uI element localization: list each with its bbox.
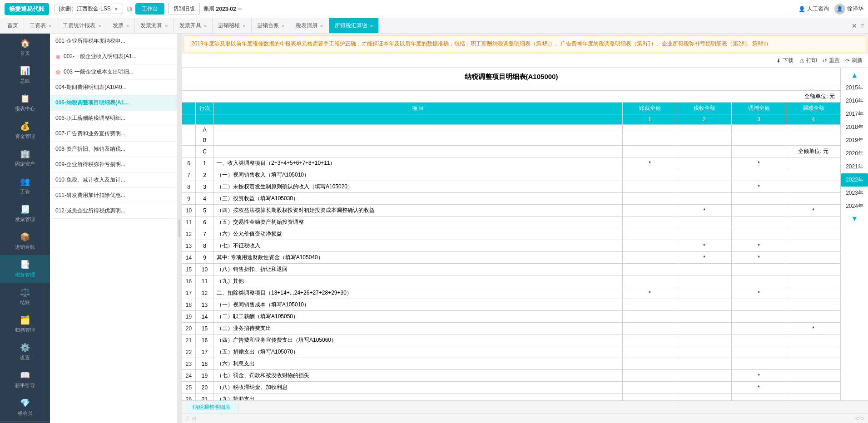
cell-col4[interactable]	[786, 264, 841, 275]
cell-col3[interactable]	[732, 323, 786, 334]
cell-col3[interactable]	[732, 334, 786, 346]
table-row[interactable]: C全额单位: 元	[182, 146, 841, 157]
old-version-button[interactable]: 切到旧版	[168, 3, 200, 15]
cell-col4[interactable]: *	[786, 323, 841, 334]
year-item-2016年[interactable]: 2016年	[841, 94, 868, 108]
cell-col1[interactable]	[623, 228, 677, 240]
cell-col1[interactable]	[623, 135, 677, 146]
cell-col2[interactable]	[677, 228, 732, 240]
cell-col3[interactable]: *	[732, 382, 786, 393]
panel-divider[interactable]	[177, 34, 182, 423]
cell-col2[interactable]	[677, 393, 732, 400]
cell-col4[interactable]	[786, 240, 841, 252]
tab-close-icon[interactable]: ×	[165, 23, 168, 29]
cell-col3[interactable]: *	[732, 287, 786, 299]
sidebar-item-畅会员[interactable]: 💎畅会员	[0, 393, 50, 421]
sidebar-item-固定资产[interactable]: 🏢固定资产	[0, 144, 50, 172]
cell-col1[interactable]	[623, 169, 677, 181]
customer-service-button[interactable]: 👤 人工咨询	[799, 5, 829, 13]
tab-工资表[interactable]: 工资表×	[24, 18, 57, 34]
year-item-2015年[interactable]: 2015年	[841, 81, 868, 94]
cell-col2[interactable]	[677, 193, 732, 205]
cell-col4[interactable]	[786, 216, 841, 228]
cell-col4[interactable]	[786, 382, 841, 393]
tab-close-icon[interactable]: ×	[98, 23, 101, 29]
table-row[interactable]: 2318（六）利息支出	[182, 358, 841, 370]
cell-col3[interactable]: *	[732, 157, 786, 169]
cell-col2[interactable]	[677, 275, 732, 287]
cell-col2[interactable]	[677, 169, 732, 181]
sidebar-item-结账[interactable]: ⚖️结账	[0, 283, 50, 310]
table-row[interactable]: 2116（四）广告费和业务宣传费支出（填写A105060）	[182, 334, 841, 346]
cell-col3[interactable]	[732, 125, 786, 135]
table-row[interactable]: 2419（七）罚金、罚款和被没收财物的损失*	[182, 370, 841, 382]
cell-col4[interactable]	[786, 393, 841, 400]
cell-col4[interactable]	[786, 287, 841, 299]
tab-close-icon[interactable]: ×	[282, 23, 284, 29]
year-prev-button[interactable]: ▲	[841, 69, 868, 81]
year-item-2024年[interactable]: 2024年	[841, 200, 868, 213]
cell-col4[interactable]	[786, 252, 841, 264]
cell-col1[interactable]	[623, 240, 677, 252]
tab-发票测算[interactable]: 发票测算×	[135, 18, 174, 34]
cell-col2[interactable]	[677, 287, 732, 299]
table-row[interactable]: 1813（一）视同销售成本（填写A105010）	[182, 299, 841, 311]
left-panel-item[interactable]: 007-广告费和业务宣传费明...	[50, 126, 177, 142]
left-panel-item[interactable]: 001-企业所得税年度纳税申...	[50, 34, 177, 49]
cell-col2[interactable]	[677, 216, 732, 228]
cell-col4[interactable]	[786, 228, 841, 240]
table-row[interactable]: 149其中: 专项用途财政性资金（填写A105040）**	[182, 252, 841, 264]
cell-col2[interactable]: *	[677, 252, 732, 264]
cell-col2[interactable]	[677, 334, 732, 346]
tab-close-icon[interactable]: ×	[49, 23, 51, 29]
sidebar-item-总账[interactable]: 📊总账	[0, 61, 50, 89]
left-panel-item[interactable]: 008-资产折旧、摊销及纳税...	[50, 142, 177, 157]
tab-close-icon[interactable]: ×	[204, 23, 207, 29]
cell-col1[interactable]: *	[623, 157, 677, 169]
left-panel-item[interactable]: 005-纳税调整项目明细表(A1...	[50, 95, 177, 111]
cell-col1[interactable]	[623, 125, 677, 135]
user-info-button[interactable]: 👤 徐泽华	[834, 4, 863, 15]
tab-close-icon[interactable]: ×	[370, 23, 373, 29]
table-row[interactable]: B	[182, 135, 841, 146]
tab-所得税汇算缴[interactable]: 所得税汇算缴×	[329, 18, 379, 34]
table-row[interactable]: 2621（九）赞助支出	[182, 393, 841, 400]
cell-col3[interactable]	[732, 311, 786, 323]
workbench-button[interactable]: 工作台	[135, 3, 164, 15]
cell-col4[interactable]	[786, 125, 841, 135]
table-row[interactable]: 1914（二）职工薪酬（填写A105050）	[182, 311, 841, 323]
cell-col2[interactable]	[677, 125, 732, 135]
year-item-2022年[interactable]: 2022年	[841, 173, 868, 187]
cell-col3[interactable]	[732, 228, 786, 240]
cell-col4[interactable]	[786, 275, 841, 287]
cell-col1[interactable]	[623, 334, 677, 346]
copy-icon[interactable]: ⧉	[127, 5, 132, 13]
cell-col2[interactable]	[677, 311, 732, 323]
cell-col3[interactable]	[732, 346, 786, 358]
cell-col1[interactable]: *	[623, 287, 677, 299]
cell-col1[interactable]	[623, 205, 677, 216]
table-row[interactable]: 83（二）未按权责发生制原则确认的收入（填写A105020）*	[182, 181, 841, 193]
print-button[interactable]: 🖨 打印	[799, 57, 817, 64]
cell-col1[interactable]	[623, 193, 677, 205]
cell-col1[interactable]	[623, 370, 677, 382]
cell-col2[interactable]: *	[677, 205, 732, 216]
cell-col3[interactable]	[732, 135, 786, 146]
cell-col4[interactable]	[786, 135, 841, 146]
cell-col1[interactable]	[623, 323, 677, 334]
tab-close-icon[interactable]: ×	[126, 23, 129, 29]
cell-col1[interactable]	[623, 264, 677, 275]
left-panel-item[interactable]: ⊗003-一般企业成本支出明细...	[50, 64, 177, 80]
table-row[interactable]: 2217（五）捐赠支出（填写A105070）	[182, 346, 841, 358]
cell-col3[interactable]	[732, 205, 786, 216]
cell-col3[interactable]	[732, 275, 786, 287]
cell-col2[interactable]	[677, 346, 732, 358]
sidebar-item-首页[interactable]: 🏠首页	[0, 34, 50, 61]
cell-col4[interactable]	[786, 299, 841, 311]
cell-col4[interactable]	[786, 181, 841, 193]
table-area[interactable]: 纳税调整项目明细表(A105000)全额单位: 元行次项 目账载全额税收全额调增…	[182, 68, 841, 400]
cell-col4[interactable]	[786, 169, 841, 181]
cell-col1[interactable]	[623, 346, 677, 358]
sidebar-item-工资[interactable]: 👥工资	[0, 172, 50, 200]
cell-col3[interactable]	[732, 216, 786, 228]
